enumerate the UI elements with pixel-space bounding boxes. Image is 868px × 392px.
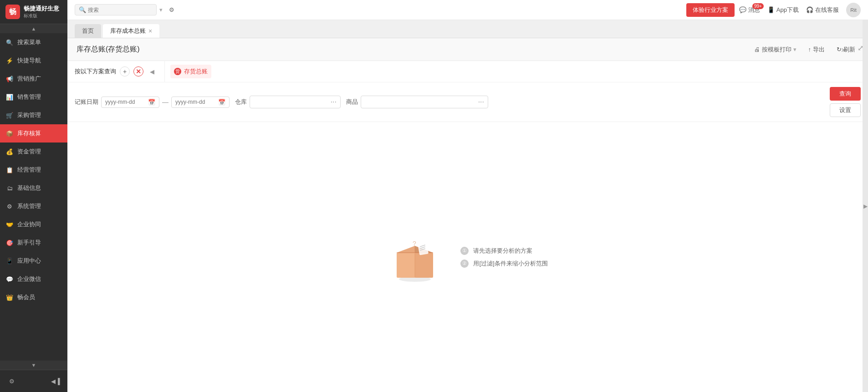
messages-button[interactable]: 💬 消息 99+	[739, 6, 760, 14]
tab-close-icon[interactable]: ×	[148, 28, 152, 34]
calendar-end-icon[interactable]: 📅	[218, 99, 225, 106]
finance-icon: 💰	[5, 148, 14, 156]
goods-input[interactable]: ···	[361, 96, 488, 108]
settings-button[interactable]: 设置	[830, 103, 861, 117]
sidebar-item-inventory[interactable]: 📦 库存核算	[0, 124, 67, 143]
sidebar-item-basic[interactable]: 🗂 基础信息	[0, 179, 67, 197]
filter-action-buttons: 查询 设置	[830, 87, 861, 117]
tab-home[interactable]: 首页	[75, 24, 101, 38]
purchase-icon: 🛒	[5, 111, 14, 119]
sidebar-item-apps[interactable]: 📱 应用中心	[0, 252, 67, 270]
sidebar-item-corp[interactable]: 🤝 企业协同	[0, 215, 67, 234]
trial-button[interactable]: 体验行业方案	[686, 3, 735, 17]
sidebar-item-business[interactable]: 📋 经营管理	[0, 161, 67, 179]
topbar-search-input[interactable]	[88, 7, 143, 13]
filter-fields-row: 记账日期 📅 — 📅 仓库 ···	[67, 82, 868, 122]
goods-label: 商品	[346, 98, 358, 106]
empty-state: ? ① 请先选择要分析的方案 ② 用[过滤]条件来缩小分析范围	[67, 122, 868, 392]
warehouse-field-group: 仓库 ···	[235, 96, 341, 108]
print-dropdown-icon: ▾	[793, 46, 797, 53]
svg-marker-2	[397, 246, 415, 253]
date-label: 记账日期	[75, 98, 98, 106]
collapse-button[interactable]: ◀▐	[49, 375, 62, 387]
filter-label-area: 按以下方案查询 + ✕ ◀	[67, 61, 165, 82]
sales-icon: 📊	[5, 93, 14, 101]
topbar-search-box[interactable]: 🔍	[75, 4, 157, 15]
tip-text-2: 用[过滤]条件来缩小分析范围	[473, 260, 547, 268]
member-icon: 👑	[5, 293, 14, 301]
sidebar-item-guide[interactable]: 🎯 新手引导	[0, 234, 67, 252]
tip-item-1: ① 请先选择要分析的方案	[460, 247, 547, 255]
print-button[interactable]: 🖨 按模板打印 ▾	[751, 44, 800, 56]
query-button[interactable]: 查询	[830, 87, 861, 101]
topbar-search-dropdown-icon[interactable]: ▾	[159, 6, 163, 13]
warehouse-label: 仓库	[235, 98, 247, 106]
online-service-button[interactable]: 🎧 在线客服	[806, 6, 839, 14]
scheme-item-inventory[interactable]: 货 存货总账	[170, 65, 211, 78]
message-icon: 💬	[739, 6, 746, 13]
calendar-start-icon[interactable]: 📅	[148, 99, 155, 106]
filter-collapse-button[interactable]: ◀	[147, 66, 157, 76]
sidebar: 畅 畅捷通好生意 标准版 ▲ 🔍 搜索菜单 ⚡ 快捷导航 📢 营销推广 📊 销售…	[0, 0, 67, 392]
filter-label: 按以下方案查询	[75, 67, 116, 76]
business-icon: 📋	[5, 166, 14, 174]
search-icon: 🔍	[5, 38, 14, 46]
messages-badge: 99+	[752, 3, 764, 9]
sidebar-scroll-up[interactable]: ▲	[0, 24, 67, 33]
goods-more-icon[interactable]: ···	[478, 98, 484, 106]
topbar-search-area: 🔍 ▾ ⚙	[75, 4, 682, 16]
warehouse-field[interactable]	[254, 99, 329, 105]
sidebar-item-purchase[interactable]: 🛒 采购管理	[0, 106, 67, 124]
print-icon: 🖨	[754, 46, 760, 53]
date-separator: —	[162, 98, 168, 106]
page-header: 库存总账(存货总账) 🖨 按模板打印 ▾ ↑ 导出 ↻ 刷新 × ⤢	[67, 38, 868, 61]
sidebar-item-quick-nav[interactable]: ⚡ 快捷导航	[0, 51, 67, 70]
app-download-button[interactable]: 📱 App下载	[767, 6, 799, 14]
marketing-icon: 📢	[5, 75, 14, 83]
quick-nav-icon: ⚡	[5, 56, 14, 65]
date-end-field[interactable]	[175, 99, 216, 105]
topbar-gear-button[interactable]: ⚙	[165, 4, 178, 16]
filter-add-button[interactable]: +	[120, 66, 130, 76]
date-start-field[interactable]	[105, 99, 146, 105]
date-field-group: 记账日期 📅 — 📅	[75, 97, 230, 108]
date-end-input[interactable]: 📅	[171, 97, 230, 108]
system-icon: ⚙	[5, 202, 14, 210]
filter-row: 按以下方案查询 + ✕ ◀ 货 存货总账	[67, 61, 868, 82]
tip-num-1: ①	[460, 247, 469, 255]
warehouse-more-icon[interactable]: ···	[331, 98, 337, 106]
export-icon: ↑	[808, 46, 812, 53]
sidebar-item-wechat[interactable]: 💬 企业微信	[0, 270, 67, 288]
main-content: 🔍 ▾ ⚙ 体验行业方案 💬 消息 99+ 📱 App下载 🎧 在线客服 Rit	[67, 0, 868, 392]
headset-icon: 🎧	[806, 6, 813, 13]
filter-remove-button[interactable]: ✕	[133, 66, 143, 76]
settings-button[interactable]: ⚙	[5, 375, 18, 387]
sidebar-item-finance[interactable]: 💰 资金管理	[0, 143, 67, 161]
sidebar-scroll-down[interactable]: ▼	[0, 361, 67, 370]
topbar-right: 💬 消息 99+ 📱 App下载 🎧 在线客服 Rit	[739, 3, 861, 17]
sidebar-item-member[interactable]: 👑 畅会员	[0, 288, 67, 306]
goods-field[interactable]	[365, 99, 476, 105]
page-title: 库存总账(存货总账)	[77, 45, 140, 54]
export-button[interactable]: ↑ 导出	[805, 44, 829, 56]
warehouse-input[interactable]: ···	[250, 96, 341, 108]
empty-tips: ① 请先选择要分析的方案 ② 用[过滤]条件来缩小分析范围	[460, 247, 547, 268]
tip-num-2: ②	[460, 260, 469, 268]
sidebar-logo: 畅 畅捷通好生意 标准版	[0, 0, 67, 24]
goods-field-group: 商品 ···	[346, 96, 488, 108]
sidebar-item-system[interactable]: ⚙ 系统管理	[0, 197, 67, 215]
sidebar-item-sales[interactable]: 📊 销售管理	[0, 88, 67, 106]
tab-inventory-cost[interactable]: 库存成本总账 ×	[103, 24, 159, 38]
basic-icon: 🗂	[5, 184, 14, 192]
date-start-input[interactable]: 📅	[101, 97, 159, 108]
user-avatar[interactable]: Rit	[846, 3, 861, 17]
page-close-button[interactable]: ×	[837, 44, 850, 56]
right-edge-handle[interactable]: ▶	[863, 20, 868, 392]
tip-text-1: 请先选择要分析的方案	[473, 247, 532, 255]
sidebar-item-marketing[interactable]: 📢 营销推广	[0, 70, 67, 88]
sidebar-item-search[interactable]: 🔍 搜索菜单	[0, 33, 67, 51]
app-logo-text: 畅捷通好生意 标准版	[24, 5, 59, 19]
sidebar-nav: 🔍 搜索菜单 ⚡ 快捷导航 📢 营销推广 📊 销售管理 🛒 采购管理 📦 库存核…	[0, 33, 67, 361]
inventory-icon: 📦	[5, 129, 14, 137]
corp-icon: 🤝	[5, 220, 14, 229]
